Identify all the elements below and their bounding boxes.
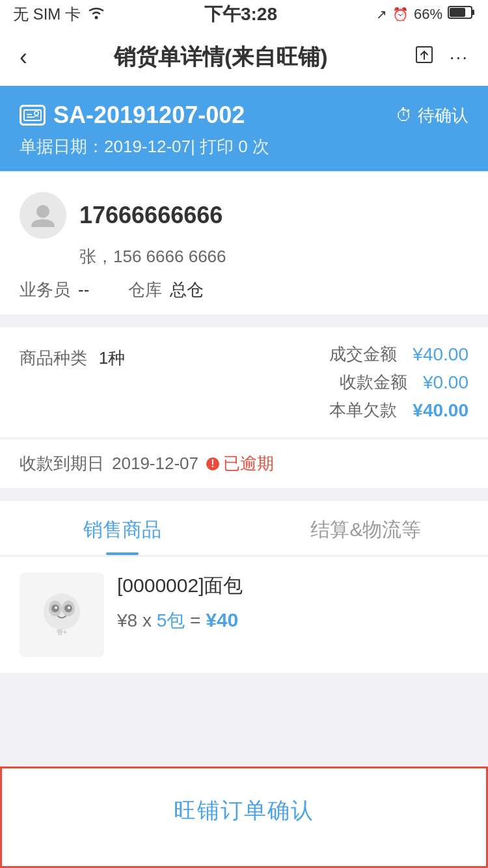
price-label: ¥8 x <box>117 610 157 631</box>
svg-rect-2 <box>472 10 474 15</box>
duedate-value: 2019-12-07 <box>112 454 198 474</box>
balance-value: ¥40.00 <box>413 400 468 421</box>
battery-icon <box>448 5 475 23</box>
status-clock-icon: ⏱ <box>396 105 413 126</box>
product-section: 管+ [0000002]面包 ¥8 x 5包 = ¥40 <box>0 557 488 673</box>
share-icon[interactable] <box>414 45 434 69</box>
status-time: 下午3:28 <box>204 2 277 27</box>
warehouse-label: 仓库 <box>128 278 162 301</box>
overdue-text: 已逾期 <box>223 452 274 475</box>
order-header: SA-20191207-002 ⏱ 待确认 单据日期：2019-12-07| 打… <box>0 86 488 171</box>
receipt-value: ¥0.00 <box>423 372 468 393</box>
sales-value: -- <box>78 280 89 300</box>
duedate-label: 收款到期日 <box>20 452 104 475</box>
more-icon[interactable]: ··· <box>450 47 468 68</box>
product-price: ¥8 x 5包 = ¥40 <box>117 608 468 633</box>
summary-section: 商品种类 1种 成交金额 ¥40.00 收款金额 ¥0.00 本单欠款 ¥40.… <box>0 327 488 437</box>
svg-point-15 <box>68 606 70 609</box>
tab-bar: 销售商品 结算&物流等 <box>0 501 488 556</box>
receipt-item: 收款金额 ¥0.00 <box>340 371 468 394</box>
svg-point-8 <box>36 205 49 218</box>
summary-right: 成交金额 ¥40.00 收款金额 ¥0.00 本单欠款 ¥40.00 <box>329 343 468 422</box>
page-title: 销货单详情(来自旺铺) <box>114 42 328 72</box>
order-header-top: SA-20191207-002 ⏱ 待确认 <box>20 102 468 129</box>
equals-sign: = <box>185 610 206 631</box>
avatar <box>20 192 66 239</box>
overdue-icon: ! <box>206 457 219 470</box>
warehouse-value: 总仓 <box>170 278 204 301</box>
summary-left: 商品种类 1种 <box>20 343 125 370</box>
svg-point-7 <box>34 111 38 115</box>
nav-bar: ‹ 销货单详情(来自旺铺) ··· <box>0 29 488 86</box>
customer-meta: 业务员 -- 仓库 总仓 <box>20 278 468 301</box>
order-id-text: SA-20191207-002 <box>53 102 245 129</box>
product-type-value: 1种 <box>99 348 125 368</box>
status-right: ↗ ⏰ 66% <box>376 5 475 23</box>
confirm-button-wrapper: 旺铺订单确认 <box>0 766 488 868</box>
overdue-badge: ! 已逾期 <box>206 452 274 475</box>
back-button[interactable]: ‹ <box>20 44 27 71</box>
sales-label: 业务员 <box>20 278 70 301</box>
svg-rect-6 <box>24 110 41 120</box>
svg-point-9 <box>44 593 80 630</box>
balance-label: 本单欠款 <box>329 399 397 422</box>
order-status-text: 待确认 <box>418 104 468 127</box>
sales-meta: 业务员 -- <box>20 278 89 301</box>
product-image: 管+ <box>20 573 104 657</box>
receipt-label: 收款金额 <box>340 371 407 394</box>
customer-row: 17666666666 <box>20 192 468 239</box>
order-date: 单据日期：2019-12-07| 打印 0 次 <box>20 135 468 158</box>
customer-name: 张，156 6666 6666 <box>20 245 468 268</box>
alarm-icon: ⏰ <box>392 7 409 22</box>
summary-row: 商品种类 1种 成交金额 ¥40.00 收款金额 ¥0.00 本单欠款 ¥40.… <box>20 343 468 422</box>
nav-actions: ··· <box>414 45 468 69</box>
order-status: ⏱ 待确认 <box>396 104 468 127</box>
wifi-icon <box>87 5 105 23</box>
svg-text:管+: 管+ <box>57 629 67 636</box>
product-info: [0000002]面包 ¥8 x 5包 = ¥40 <box>117 573 468 633</box>
duedate-section: 收款到期日 2019-12-07 ! 已逾期 <box>0 439 488 488</box>
amount-value: ¥40.00 <box>413 344 468 365</box>
divider-1 <box>0 314 488 327</box>
product-qty: 5包 <box>157 610 185 631</box>
product-type-label: 商品种类 <box>20 348 87 368</box>
order-id-icon <box>20 105 46 126</box>
svg-point-0 <box>95 16 98 20</box>
order-id: SA-20191207-002 <box>20 102 245 129</box>
customer-phone: 17666666666 <box>79 202 223 229</box>
balance-item: 本单欠款 ¥40.00 <box>329 399 468 422</box>
svg-point-14 <box>55 606 57 609</box>
customer-section: 17666666666 张，156 6666 6666 业务员 -- 仓库 总仓 <box>0 172 488 314</box>
battery-text: 66% <box>414 6 442 23</box>
svg-rect-3 <box>450 8 465 17</box>
product-name: [0000002]面包 <box>117 573 468 599</box>
no-sim-text: 无 SIM 卡 <box>13 4 81 25</box>
gps-icon: ↗ <box>376 7 387 22</box>
tab-products[interactable]: 销售商品 <box>0 501 244 555</box>
warehouse-meta: 仓库 总仓 <box>128 278 204 301</box>
amount-label: 成交金额 <box>329 343 397 366</box>
amount-item: 成交金额 ¥40.00 <box>329 343 468 366</box>
status-bar: 无 SIM 卡 下午3:28 ↗ ⏰ 66% <box>0 0 488 29</box>
confirm-order-button[interactable]: 旺铺订单确认 <box>21 781 467 840</box>
tab-settlement[interactable]: 结算&物流等 <box>244 501 488 555</box>
status-left: 无 SIM 卡 <box>13 4 105 25</box>
product-total: ¥40 <box>206 609 238 631</box>
